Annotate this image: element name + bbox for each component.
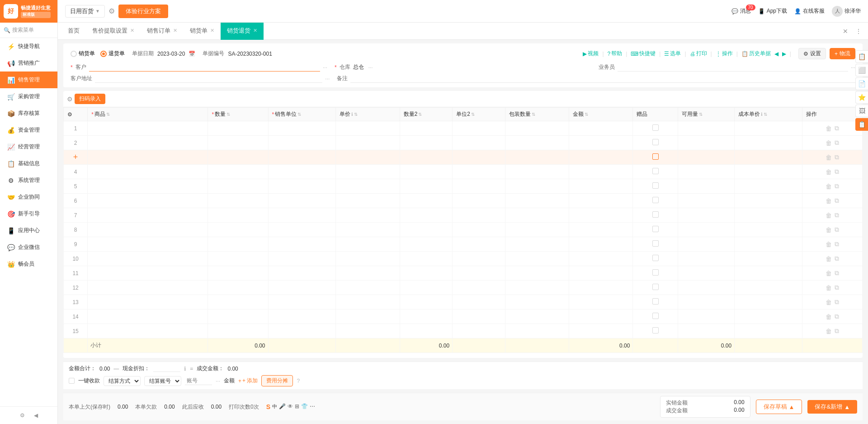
more-icon[interactable]: ⋯ [310, 403, 315, 410]
pack-qty-cell[interactable] [505, 295, 569, 310]
gift-cell[interactable] [633, 223, 678, 237]
address-select-icon[interactable]: ··· [325, 76, 330, 82]
cost-price-cell[interactable] [735, 223, 802, 237]
qty-cell[interactable] [208, 266, 268, 281]
gift-checkbox[interactable] [652, 153, 659, 160]
tab-sale-out-close-icon[interactable]: ✕ [210, 28, 214, 33]
amount-cell[interactable] [569, 150, 633, 165]
cost-price-cell[interactable] [735, 121, 802, 136]
qty-cell[interactable] [208, 252, 268, 266]
product-cell[interactable] [88, 324, 208, 338]
row-delete-icon[interactable]: 🗑 [826, 139, 832, 147]
row-copy-icon[interactable]: ⧉ [835, 269, 839, 277]
row-delete-icon[interactable]: 🗑 [826, 299, 832, 306]
calendar-icon[interactable]: 📅 [189, 51, 195, 57]
pack-qty-cell[interactable] [505, 266, 569, 281]
amount-cell[interactable] [569, 237, 633, 252]
price-cell[interactable] [336, 266, 400, 281]
qty-cell[interactable] [208, 208, 268, 223]
qty2-cell[interactable] [400, 194, 452, 208]
pack-qty-cell[interactable] [505, 237, 569, 252]
toolbar-next-btn[interactable]: ▶ [782, 51, 786, 57]
available-cell[interactable] [678, 136, 735, 150]
pack-qty-cell[interactable] [505, 310, 569, 324]
product-cell[interactable] [88, 266, 208, 281]
toolbar-print-btn[interactable]: 🖨 打印 [690, 50, 707, 57]
gift-checkbox[interactable] [652, 124, 659, 131]
sale-unit-cell[interactable] [268, 295, 336, 310]
available-cell[interactable] [678, 179, 735, 194]
trial-btn[interactable]: 体验行业方案 [118, 5, 168, 18]
amount-cell[interactable] [569, 121, 633, 136]
staff-select-icon[interactable]: ··· [851, 64, 855, 71]
pack-qty-cell[interactable] [505, 165, 569, 179]
sidebar-item-enterprise[interactable]: 🤝 企业协同 [0, 189, 57, 205]
pack-qty-cell[interactable] [505, 223, 569, 237]
price-cell[interactable] [336, 252, 400, 266]
price-cell[interactable] [336, 165, 400, 179]
qty-cell[interactable] [208, 179, 268, 194]
pack-qty-sort-icon[interactable]: ⇅ [532, 112, 535, 117]
price-cell[interactable] [336, 281, 400, 295]
right-float-btn-4[interactable]: ⭐ [855, 91, 868, 104]
row-copy-icon[interactable]: ⧉ [835, 197, 839, 205]
qty2-cell[interactable] [400, 136, 452, 150]
row-delete-icon[interactable]: 🗑 [826, 212, 832, 219]
row-copy-icon[interactable]: ⧉ [835, 298, 839, 306]
price-cell[interactable] [336, 295, 400, 310]
sidebar-item-wechat[interactable]: 💬 企业微信 [0, 239, 57, 256]
toolbar-video-btn[interactable]: ▶ 视频 [583, 50, 599, 57]
gift-checkbox[interactable] [652, 298, 659, 305]
qty-cell[interactable] [208, 194, 268, 208]
gift-cell[interactable] [633, 208, 678, 223]
discount-input[interactable] [153, 365, 180, 372]
unit2-cell[interactable] [453, 295, 505, 310]
price-cell[interactable] [336, 208, 400, 223]
unit2-cell[interactable] [453, 136, 505, 150]
price-info-icon[interactable]: ℹ [351, 112, 353, 117]
sale-unit-cell[interactable] [268, 194, 336, 208]
price-cell[interactable] [336, 121, 400, 136]
row-delete-icon[interactable]: 🗑 [826, 197, 832, 205]
row-copy-icon[interactable]: ⧉ [835, 182, 839, 190]
pack-qty-cell[interactable] [505, 121, 569, 136]
gift-cell[interactable] [633, 121, 678, 136]
sale-unit-cell[interactable] [268, 208, 336, 223]
sidebar-item-system[interactable]: ⚙ 系统管理 [0, 172, 57, 189]
sidebar-settings-btn[interactable]: ⚙ [16, 410, 28, 420]
grid-icon[interactable]: ⊞ [295, 403, 299, 410]
product-cell[interactable] [88, 281, 208, 295]
qty2-cell[interactable] [400, 324, 452, 338]
amount-cell[interactable] [569, 165, 633, 179]
amount-cell[interactable] [569, 252, 633, 266]
qty-cell[interactable] [208, 165, 268, 179]
row-copy-icon[interactable]: ⧉ [835, 168, 839, 176]
sale-unit-cell[interactable] [268, 150, 336, 165]
gift-cell[interactable] [633, 150, 678, 165]
qty2-cell[interactable] [400, 179, 452, 194]
gift-cell[interactable] [633, 281, 678, 295]
amount-cell[interactable] [569, 208, 633, 223]
sale-unit-cell[interactable] [268, 121, 336, 136]
account-dots-icon[interactable]: ··· [216, 378, 220, 384]
price-cell[interactable] [336, 150, 400, 165]
pack-qty-cell[interactable] [505, 194, 569, 208]
unit2-cell[interactable] [453, 121, 505, 136]
qty-cell[interactable] [208, 237, 268, 252]
price-cell[interactable] [336, 136, 400, 150]
unit2-cell[interactable] [453, 281, 505, 295]
sidebar-item-sales[interactable]: 📊 销售管理 [0, 71, 57, 88]
sidebar-search[interactable]: 🔍 搜索菜单 [0, 23, 57, 38]
setting-btn[interactable]: ⚙ 设置 [798, 48, 826, 59]
split-info-icon[interactable]: ? [297, 378, 300, 384]
qty2-cell[interactable] [400, 237, 452, 252]
settle-method-select[interactable]: 结算方式 [104, 376, 141, 386]
logistics-btn[interactable]: + 物流 [830, 48, 855, 59]
cost-price-sort-icon[interactable]: ⇅ [764, 112, 767, 117]
available-cell[interactable] [678, 223, 735, 237]
product-cell[interactable] [88, 150, 208, 165]
cost-price-cell[interactable] [735, 295, 802, 310]
qty-cell[interactable] [208, 223, 268, 237]
gift-cell[interactable] [633, 237, 678, 252]
row-copy-icon[interactable]: ⧉ [835, 284, 839, 291]
